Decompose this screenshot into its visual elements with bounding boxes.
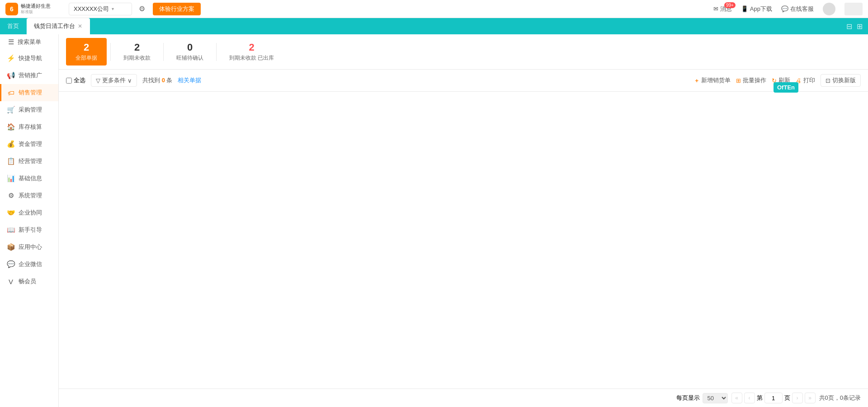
found-count: 0 [162, 77, 165, 84]
operations-icon: 📋 [7, 157, 15, 165]
company-selector[interactable]: XXXXXX公司 ▾ [69, 3, 132, 15]
sidebar-inventory-label: 库存核算 [19, 123, 42, 131]
sidebar-sales-label: 销售管理 [19, 89, 42, 97]
stat-shipped-number: 2 [229, 42, 274, 53]
page-nav: « ‹ 第 页 › » [731, 393, 816, 403]
first-page-btn[interactable]: « [731, 393, 742, 403]
sidebar-item-inventory[interactable]: 🏠 库存核算 [0, 118, 58, 136]
found-prefix: 共找到 [142, 77, 160, 84]
sidebar-item-guide[interactable]: 📖 新手引导 [0, 221, 58, 239]
message-item[interactable]: ✉ 消息 99+ [713, 5, 732, 13]
next-page-btn[interactable]: › [792, 393, 803, 403]
page-total: 共0页，0条记录 [819, 394, 861, 402]
minimize-icon[interactable]: ⊟ [846, 22, 852, 31]
app-download-icon: 📱 [741, 5, 748, 12]
sidebar-app-center-label: 应用中心 [19, 243, 42, 251]
sidebar-item-sales[interactable]: 🏷 销售管理 [0, 84, 58, 101]
tab-work-bench-label: 钱货日清工作台 [34, 22, 75, 30]
sidebar-item-base-info[interactable]: 📊 基础信息 [0, 170, 58, 187]
tab-home-label: 首页 [7, 22, 19, 30]
sidebar-base-info-label: 基础信息 [19, 174, 42, 182]
empty-state [59, 92, 868, 388]
user-name-placeholder [844, 3, 863, 15]
page-size-label: 每页显示 [676, 394, 700, 402]
sidebar-purchase-label: 采购管理 [19, 106, 42, 114]
message-icon: ✉ [713, 5, 718, 12]
sidebar-item-marketing[interactable]: 📢 营销推广 [0, 67, 58, 84]
sidebar-finance-label: 资金管理 [19, 140, 42, 148]
sidebar-item-finance[interactable]: 💰 资金管理 [0, 136, 58, 153]
quick-nav-icon: ⚡ [7, 54, 15, 62]
experience-btn[interactable]: 体验行业方案 [153, 3, 201, 15]
sidebar-guide-label: 新手引导 [19, 226, 42, 234]
tab-home[interactable]: 首页 [0, 18, 27, 34]
main-layout: ☰ 搜索菜单 ⚡ 快捷导航 📢 营销推广 🏷 销售管理 🛒 采购管理 🏠 库存核… [0, 34, 868, 407]
print-btn[interactable]: 🖨 打印 [796, 76, 815, 84]
sidebar-marketing-label: 营销推广 [19, 71, 42, 80]
prev-page-btn[interactable]: ‹ [744, 393, 755, 403]
select-all-input[interactable] [66, 78, 72, 84]
tab-work-bench[interactable]: 钱货日清工作台 ✕ [27, 18, 90, 34]
filter-chevron-icon: ∨ [127, 77, 132, 84]
logo-icon: 6 [5, 3, 18, 15]
stat-overdue-number: 2 [123, 42, 151, 53]
sidebar: ☰ 搜索菜单 ⚡ 快捷导航 📢 营销推广 🏷 销售管理 🛒 采购管理 🏠 库存核… [0, 34, 59, 407]
related-docs-link[interactable]: 相关单据 [178, 76, 201, 84]
finance-icon: 💰 [7, 140, 15, 148]
sidebar-system-label: 系统管理 [19, 192, 42, 200]
found-unit: 条 [166, 77, 172, 84]
sidebar-search-label: 搜索菜单 [18, 38, 41, 46]
page-input[interactable] [764, 393, 783, 403]
sidebar-item-purchase[interactable]: 🛒 采购管理 [0, 101, 58, 118]
batch-label: 批量操作 [743, 76, 766, 84]
message-badge: 99+ [724, 2, 736, 8]
stat-tab-all[interactable]: 2 全部单据 [66, 38, 107, 65]
stat-tab-shipped[interactable]: 2 到期未收款 已出库 [220, 38, 283, 65]
stats-tabs: 2 全部单据 2 到期未收款 0 旺辅待确认 2 到期未收款 已出库 [66, 34, 283, 69]
sidebar-item-app-center[interactable]: 📦 应用中心 [0, 239, 58, 256]
pagination: 每页显示 10 20 50 100 « ‹ 第 页 › » 共0页，0条记录 [59, 388, 868, 407]
maximize-icon[interactable]: ⊞ [857, 22, 863, 31]
select-all-checkbox[interactable]: 全选 [66, 76, 85, 84]
toolbar: 全选 ▽ 更多条件 ∨ 共找到 0 条 相关单据 + 新增销货单 ⊞ [59, 70, 868, 92]
sidebar-wechat-label: 企业微信 [19, 260, 42, 268]
marketing-icon: 📢 [7, 71, 15, 80]
page-size-selector: 每页显示 10 20 50 100 [676, 393, 728, 403]
stat-tab-pending[interactable]: 0 旺辅待确认 [167, 38, 212, 65]
top-right-actions: ✉ 消息 99+ 📱 App下载 💬 在线客服 [713, 3, 863, 15]
sidebar-item-search[interactable]: ☰ 搜索菜单 [0, 34, 58, 50]
batch-operation-btn[interactable]: ⊞ 批量操作 [736, 76, 766, 84]
stat-all-number: 2 [75, 42, 98, 53]
online-service-label: 在线客服 [790, 5, 814, 13]
settings-icon[interactable]: ⚙ [136, 3, 148, 15]
nav-tabs: 首页 钱货日清工作台 ✕ ⊟ ⊞ [0, 18, 868, 34]
avatar[interactable] [823, 3, 835, 15]
stat-divider-3 [216, 43, 217, 61]
add-sales-order-btn[interactable]: + 新增销货单 [695, 76, 731, 84]
online-service-item[interactable]: 💬 在线客服 [781, 5, 814, 13]
last-page-btn[interactable]: » [805, 393, 816, 403]
sidebar-item-wechat[interactable]: 💬 企业微信 [0, 256, 58, 273]
app-center-icon: 📦 [7, 243, 15, 251]
sidebar-item-system[interactable]: ⚙ 系统管理 [0, 187, 58, 204]
sales-icon: 🏷 [7, 89, 15, 97]
sidebar-item-operations[interactable]: 📋 经营管理 [0, 153, 58, 170]
add-label: 新增销货单 [701, 76, 731, 84]
page-size-select[interactable]: 10 20 50 100 [703, 393, 728, 403]
sidebar-item-member[interactable]: V 畅会员 [0, 273, 58, 290]
app-download-item[interactable]: 📱 App下载 [741, 5, 772, 13]
sidebar-item-enterprise[interactable]: 🤝 企业协同 [0, 204, 58, 221]
filter-label: 更多条件 [102, 76, 126, 84]
stat-overdue-label: 到期未收款 [123, 54, 151, 62]
logo-area: 6 畅捷通好生意 标准版 [5, 3, 64, 15]
inventory-icon: 🏠 [7, 123, 15, 131]
sidebar-item-quick-nav[interactable]: ⚡ 快捷导航 [0, 50, 58, 67]
found-text: 共找到 0 条 [142, 76, 172, 84]
nav-tab-actions: ⊟ ⊞ [841, 22, 868, 31]
filter-btn[interactable]: ▽ 更多条件 ∨ [91, 74, 137, 87]
search-icon: ☰ [7, 38, 15, 46]
tab-close-icon[interactable]: ✕ [78, 23, 82, 29]
switch-new-version-btn[interactable]: ⊡ 切换新版 [821, 74, 861, 87]
select-all-label: 全选 [74, 76, 85, 84]
stat-tab-overdue[interactable]: 2 到期未收款 [114, 38, 160, 65]
